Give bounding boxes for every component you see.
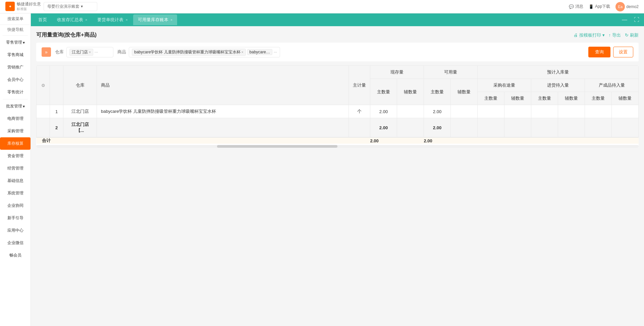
username: demo2 xyxy=(626,4,639,9)
sidebar-item-member2[interactable]: 畅会员 xyxy=(0,249,31,262)
td-unit-1: 个 xyxy=(349,105,370,118)
sidebar-item-basic-info[interactable]: 基础信息 xyxy=(0,175,31,187)
industry-selector[interactable]: 母婴行业演示账套 ▾ xyxy=(44,2,97,11)
td-purchase-main-1 xyxy=(478,105,504,118)
th-available-aux: 辅数量 xyxy=(451,79,478,105)
td-total-available-main: 2.00 xyxy=(424,137,451,144)
sidebar-item-app-center[interactable]: 应用中心 xyxy=(0,224,31,237)
sidebar-item-inventory[interactable]: 库存核算 xyxy=(0,137,31,150)
chevron-icon-2: ▾ xyxy=(23,104,25,109)
td-available-main-1: 2.00 xyxy=(424,105,451,118)
product-tag2-value: babycare… xyxy=(250,50,270,54)
tab-home[interactable]: 首页 xyxy=(34,14,52,25)
refresh-label: 刷新 xyxy=(630,32,639,38)
td-total-purchase-aux xyxy=(504,137,531,144)
column-settings-icon[interactable] xyxy=(41,83,45,88)
filter-toggle-btn[interactable]: » xyxy=(42,47,51,57)
settings-button[interactable]: 设置 xyxy=(613,47,633,57)
page-header: 可用量查询(按仓库+商品) 🖨 按模板打印 ▾ ↑ 导出 ↻ 刷新 xyxy=(36,32,639,39)
product-tag-close[interactable]: × xyxy=(241,50,244,54)
top-bar-right: 消息 App下载 Ea demo2 xyxy=(569,2,639,11)
product-more[interactable]: ··· xyxy=(274,50,277,54)
export-btn[interactable]: ↑ 导出 xyxy=(609,32,621,38)
message-btn[interactable]: 消息 xyxy=(569,4,583,9)
table-row: 1 江北门店 babycare学饮杯 儿童防摔防撞吸管杯重力球吸嘴杯宝宝水杯 个… xyxy=(37,105,639,118)
template-print-btn[interactable]: 🖨 按模板打印 ▾ xyxy=(574,32,605,38)
chevron-down-icon-print: ▾ xyxy=(602,33,605,38)
page-content: 可用量查询(按仓库+商品) 🖨 按模板打印 ▾ ↑ 导出 ↻ 刷新 xyxy=(31,26,644,326)
tab-available-inventory-close[interactable]: × xyxy=(170,18,172,22)
warehouse-tag-close[interactable]: × xyxy=(89,50,91,54)
th-warehouse: 仓库 xyxy=(63,66,97,105)
refresh-btn[interactable]: ↻ 刷新 xyxy=(625,32,639,38)
td-unit-2 xyxy=(349,118,370,138)
td-total-available-aux xyxy=(451,137,478,144)
product-tag: babycare学饮杯 儿童防摔防撞吸管杯重力球吸嘴杯宝宝水杯 × xyxy=(132,49,246,56)
basic-info-label: 基础信息 xyxy=(7,178,23,184)
sidebar-divider-2 xyxy=(3,99,28,99)
inventory-label: 库存核算 xyxy=(7,141,23,146)
tab-available-inventory[interactable]: 可用量库存账本 × xyxy=(133,14,177,25)
warehouse-filter-input[interactable]: 江北门店 × ··· xyxy=(66,47,113,57)
logo-text: 畅捷通好生意 xyxy=(17,2,41,6)
tab-order-stats-close[interactable]: × xyxy=(125,18,127,22)
th-available-group: 可用量 xyxy=(424,66,478,79)
sidebar-item-system[interactable]: 系统管理 xyxy=(0,187,31,199)
th-product-in-aux: 辅数量 xyxy=(612,92,639,105)
sidebar-item-retail-mgmt[interactable]: 零售管理 ▾ xyxy=(0,36,31,49)
td-total-goods-main xyxy=(531,137,558,144)
td-current-aux-2 xyxy=(397,118,424,138)
content-area: 首页 收发存汇总表 × 要货单统计表 × 可用量库存账本 × — ⛶ xyxy=(31,13,644,326)
th-goods-in-group: 进货待入量 xyxy=(531,79,585,92)
tab-order-stats-label: 要货单统计表 xyxy=(97,17,123,23)
td-goods-main-1 xyxy=(531,105,558,118)
th-product-in-main: 主数量 xyxy=(585,92,612,105)
product-filter-input[interactable]: babycare学饮杯 儿童防摔防撞吸管杯重力球吸嘴杯宝宝水杯 × babyca… xyxy=(129,47,280,57)
tab-order-stats[interactable]: 要货单统计表 × xyxy=(93,14,132,25)
tab-minimize-btn[interactable]: — xyxy=(620,16,629,24)
sidebar-search[interactable]: 搜索菜单 xyxy=(0,13,31,25)
top-bar: ✦ 畅捷通好生意 标准版 母婴行业演示账套 ▾ 消息 App下载 Ea demo… xyxy=(0,0,644,13)
tab-bar: 首页 收发存汇总表 × 要货单统计表 × 可用量库存账本 × — ⛶ xyxy=(31,13,644,26)
th-current-stock-group: 现存量 xyxy=(370,66,424,79)
td-product-2 xyxy=(97,118,349,138)
sidebar-item-retail-stats[interactable]: 零售统计 xyxy=(0,86,31,98)
logo-icon: ✦ xyxy=(5,2,15,11)
td-available-aux-1 xyxy=(451,105,478,118)
sidebar-item-wholesale-mgmt[interactable]: 批发管理 ▾ xyxy=(0,100,31,112)
ecommerce-label: 电商管理 xyxy=(7,116,23,122)
td-total-product-aux xyxy=(612,137,639,144)
td-current-main-1: 2.00 xyxy=(370,105,397,118)
product-filter-field: 商品 babycare学饮杯 儿童防摔防撞吸管杯重力球吸嘴杯宝宝水杯 × bab… xyxy=(117,47,280,57)
tab-maximize-btn[interactable]: ⛶ xyxy=(632,16,641,24)
tab-receipt-summary[interactable]: 收发存汇总表 × xyxy=(52,14,92,25)
sidebar-item-purchase-mgmt[interactable]: 采购管理 xyxy=(0,125,31,137)
product-tag-value: babycare学饮杯 儿童防摔防撞吸管杯重力球吸嘴杯宝宝水杯 xyxy=(134,49,240,55)
sidebar-item-marketing[interactable]: 营销推广 xyxy=(0,61,31,74)
filter-actions: 查询 设置 xyxy=(588,47,633,57)
sidebar-item-member[interactable]: 会员中心 xyxy=(0,74,31,86)
tab-receipt-summary-close[interactable]: × xyxy=(85,18,87,22)
query-button[interactable]: 查询 xyxy=(588,47,610,57)
app-download-btn[interactable]: App下载 xyxy=(589,4,610,9)
sidebar-item-enterprise-collab[interactable]: 企业协同 xyxy=(0,199,31,212)
td-current-aux-1 xyxy=(397,105,424,118)
tab-available-inventory-label: 可用量库存账本 xyxy=(138,17,168,23)
sidebar-item-enterprise-wechat[interactable]: 企业微信 xyxy=(0,237,31,249)
marketing-label: 营销推广 xyxy=(7,64,23,70)
sidebar-item-new-guide[interactable]: 新手引导 xyxy=(0,212,31,224)
sidebar-item-finance[interactable]: 资金管理 xyxy=(0,150,31,162)
product-filter-label: 商品 xyxy=(117,49,126,55)
sidebar-item-ecommerce[interactable]: 电商管理 xyxy=(0,112,31,125)
sidebar-item-retail-mall[interactable]: 零售商城 xyxy=(0,49,31,61)
user-area[interactable]: Ea demo2 xyxy=(615,2,639,11)
warehouse-more[interactable]: ··· xyxy=(95,50,98,54)
horizontal-scrollbar[interactable] xyxy=(36,145,639,148)
sidebar-item-operation[interactable]: 经营管理 xyxy=(0,162,31,175)
app-center-label: 应用中心 xyxy=(7,228,23,233)
operation-label: 经营管理 xyxy=(7,166,23,171)
th-purchase-in-main: 主数量 xyxy=(478,92,504,105)
logo-sub: 标准版 xyxy=(17,7,41,11)
message-label: 消息 xyxy=(575,4,583,9)
sidebar-quick-nav[interactable]: 快捷导航 xyxy=(0,25,31,35)
